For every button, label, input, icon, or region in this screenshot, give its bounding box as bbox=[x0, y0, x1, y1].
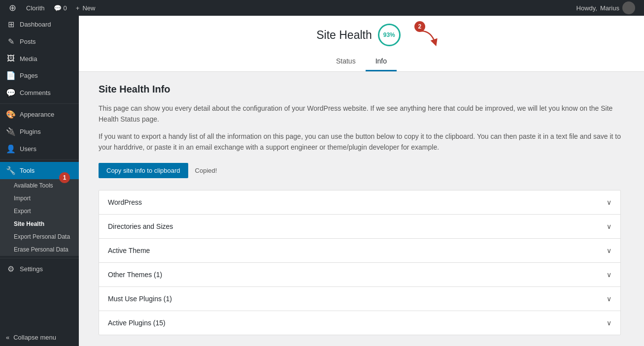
new-content-link[interactable]: + New bbox=[71, 0, 101, 16]
sidebar-item-label: Comments bbox=[20, 89, 51, 96]
sidebar-item-label: Tools bbox=[20, 167, 34, 174]
collapse-icon: « bbox=[6, 334, 9, 341]
collapse-menu[interactable]: « Collapse menu bbox=[0, 329, 79, 346]
sidebar-divider-3 bbox=[0, 258, 79, 258]
sidebar-item-media[interactable]: 🖼 Media bbox=[0, 50, 79, 67]
page-header: Site Health 93% 2 bbox=[79, 16, 644, 72]
new-label: New bbox=[82, 4, 95, 12]
sidebar-divider-2 bbox=[0, 159, 79, 160]
health-score-circle: 93% bbox=[378, 24, 401, 46]
main-content: Site Health 93% 2 bbox=[79, 16, 644, 346]
description-1: This page can show you every detail abou… bbox=[99, 103, 621, 125]
accordion-item-active-plugins[interactable]: Active Plugins (15) ∨ bbox=[99, 311, 620, 335]
section-title: Site Health Info bbox=[99, 84, 621, 95]
plus-icon: + bbox=[76, 4, 80, 12]
posts-icon: ✎ bbox=[6, 37, 16, 46]
accordion-item-other-themes[interactable]: Other Themes (1) ∨ bbox=[99, 263, 620, 287]
accordion-label: Active Theme bbox=[108, 247, 150, 254]
site-name: Clorith bbox=[26, 4, 45, 12]
sidebar-item-tools[interactable]: 🔧 Tools 1 bbox=[0, 162, 79, 179]
accordion-item-wordpress[interactable]: WordPress ∨ bbox=[99, 190, 620, 215]
wp-logo-icon: ⊕ bbox=[9, 2, 16, 13]
sidebar-item-settings[interactable]: ⚙ Settings bbox=[0, 260, 79, 278]
sidebar-item-label: Users bbox=[20, 145, 36, 153]
users-icon: 👤 bbox=[6, 144, 16, 154]
sidebar-item-dashboard[interactable]: ⊞ Dashboard bbox=[0, 16, 79, 33]
sidebar-item-label: Settings bbox=[20, 265, 43, 273]
user-menu[interactable]: Howdy, Marius bbox=[572, 1, 640, 14]
avatar bbox=[622, 1, 635, 14]
accordion-item-directories[interactable]: Directories and Sizes ∨ bbox=[99, 215, 620, 239]
pages-icon: 📄 bbox=[6, 71, 16, 80]
sidebar-item-label: Dashboard bbox=[20, 21, 51, 28]
accordion-label: WordPress bbox=[108, 198, 142, 206]
dashboard-icon: ⊞ bbox=[6, 20, 16, 29]
accordion-label: Directories and Sizes bbox=[108, 222, 173, 230]
tab-info[interactable]: Info bbox=[366, 52, 397, 71]
sub-site-health[interactable]: Site Health bbox=[0, 218, 79, 230]
appearance-icon: 🎨 bbox=[6, 110, 16, 119]
comments-icon: 💬 bbox=[6, 88, 16, 97]
chevron-down-icon: ∨ bbox=[607, 271, 611, 279]
site-name-link[interactable]: Clorith bbox=[21, 0, 50, 16]
sidebar-item-posts[interactable]: ✎ Posts bbox=[0, 33, 79, 50]
chevron-down-icon: ∨ bbox=[607, 319, 611, 327]
sidebar-item-comments[interactable]: 💬 Comments bbox=[0, 84, 79, 101]
sidebar-item-plugins[interactable]: 🔌 Plugins bbox=[0, 123, 79, 140]
chevron-down-icon: ∨ bbox=[607, 247, 611, 254]
admin-bar: ⊕ Clorith 💬 0 + New Howdy, Marius bbox=[0, 0, 644, 16]
sub-export[interactable]: Export bbox=[0, 205, 79, 218]
description-2: If you want to export a handy list of al… bbox=[99, 131, 621, 153]
tabs-row: Status Info bbox=[89, 52, 634, 71]
annotation-marker-1: 1 bbox=[59, 172, 70, 183]
collapse-label: Collapse menu bbox=[13, 334, 56, 341]
copy-site-info-button[interactable]: Copy site info to clipboard bbox=[99, 163, 188, 178]
copy-row: Copy site info to clipboard Copied! bbox=[99, 163, 621, 178]
annotation-arrow bbox=[416, 29, 441, 47]
sidebar-item-users[interactable]: 👤 Users bbox=[0, 140, 79, 157]
copied-label: Copied! bbox=[195, 167, 217, 174]
accordion-label: Must Use Plugins (1) bbox=[108, 295, 172, 303]
howdy-label: Howdy, bbox=[576, 4, 597, 12]
sidebar-item-label: Pages bbox=[20, 72, 38, 79]
comments-link[interactable]: 💬 0 bbox=[50, 0, 71, 16]
settings-icon: ⚙ bbox=[6, 264, 16, 274]
sub-export-personal-data[interactable]: Export Personal Data bbox=[0, 230, 79, 243]
sub-import[interactable]: Import bbox=[0, 192, 79, 205]
accordion-item-must-use-plugins[interactable]: Must Use Plugins (1) ∨ bbox=[99, 287, 620, 311]
sidebar-divider bbox=[0, 103, 79, 104]
chevron-down-icon: ∨ bbox=[607, 222, 611, 230]
media-icon: 🖼 bbox=[6, 54, 16, 63]
comments-count: 0 bbox=[64, 4, 67, 12]
content-body: Site Health Info This page can show you … bbox=[79, 72, 641, 346]
accordion-list: WordPress ∨ Directories and Sizes ∨ Acti… bbox=[99, 190, 621, 335]
sidebar-item-label: Appearance bbox=[20, 111, 54, 118]
page-title: Site Health bbox=[316, 29, 372, 42]
tools-submenu: Available Tools Import Export Site Healt… bbox=[0, 179, 79, 256]
tools-icon: 🔧 bbox=[6, 166, 16, 175]
plugins-icon: 🔌 bbox=[6, 127, 16, 136]
sidebar: ⊞ Dashboard ✎ Posts 🖼 Media 📄 Pages 💬 Co… bbox=[0, 16, 79, 346]
sidebar-item-label: Plugins bbox=[20, 128, 41, 135]
accordion-item-active-theme[interactable]: Active Theme ∨ bbox=[99, 239, 620, 263]
accordion-label: Other Themes (1) bbox=[108, 271, 162, 279]
user-name: Marius bbox=[600, 4, 619, 12]
sidebar-item-label: Posts bbox=[20, 38, 36, 45]
sidebar-item-appearance[interactable]: 🎨 Appearance bbox=[0, 106, 79, 123]
wp-logo-link[interactable]: ⊕ bbox=[4, 0, 21, 16]
tab-status[interactable]: Status bbox=[326, 52, 366, 71]
accordion-label: Active Plugins (15) bbox=[108, 319, 166, 327]
comment-icon: 💬 bbox=[54, 4, 62, 12]
health-score-value: 93% bbox=[383, 31, 395, 38]
chevron-down-icon: ∨ bbox=[607, 198, 611, 206]
chevron-down-icon: ∨ bbox=[607, 295, 611, 303]
sub-erase-personal-data[interactable]: Erase Personal Data bbox=[0, 243, 79, 256]
sidebar-item-pages[interactable]: 📄 Pages bbox=[0, 67, 79, 84]
sidebar-item-label: Media bbox=[20, 55, 37, 63]
